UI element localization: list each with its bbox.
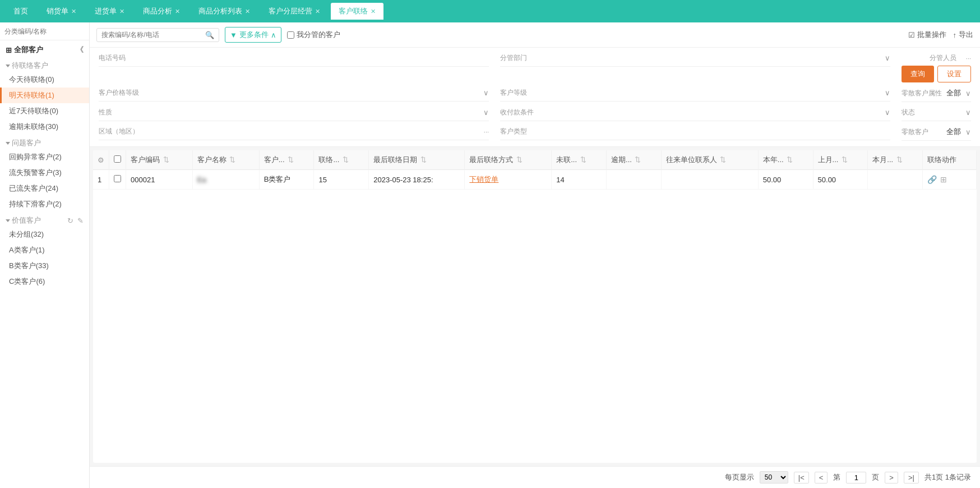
first-page-button[interactable]: |< [794,472,809,484]
nav-product-analysis-list[interactable]: 商品分析列表 ✕ [191,3,258,20]
sort-this-year-icon[interactable]: ⇅ [787,155,793,164]
top-nav: 首页 销货单 ✕ 进货单 ✕ 商品分析 ✕ 商品分析列表 ✕ 客户分层经营 ✕ … [0,0,980,22]
row-no-contact: 14 [552,170,607,190]
nav-sales-order[interactable]: 销货单 ✕ [39,3,84,20]
action-buttons: 查询 设置 [902,66,971,82]
gender-chevron-icon: ∨ [483,108,489,117]
sort-code-icon[interactable]: ⇅ [163,155,169,164]
close-product-analysis-list-icon[interactable]: ✕ [245,8,250,15]
filter-icon: ▼ [230,31,237,39]
close-product-analysis-icon[interactable]: ✕ [175,8,180,15]
nav-customer-tier[interactable]: 客户分层经营 ✕ [261,3,328,20]
sidebar: 🔍 ⊞ 全部客户 《 待联络客户 今天待联络(0) 明天待联络(1) 近7天待联… [0,22,90,488]
pending-group-title: 待联络客户 [0,57,89,72]
row-this-year: 50.00 [758,170,813,190]
nav-product-analysis[interactable]: 商品分析 ✕ [135,3,188,20]
refresh-value-icon[interactable]: ↻ [67,217,73,225]
sort-last-way-icon[interactable]: ⇅ [516,155,523,164]
query-button[interactable]: 查询 [902,66,934,82]
retail-customer-chevron-icon: ∨ [965,128,971,136]
collapse-icon[interactable]: 《 [76,45,84,55]
sort-no-contact-icon[interactable]: ⇅ [580,155,586,164]
close-sales-order-icon[interactable]: ✕ [71,8,76,15]
action-link-icon[interactable]: 🔗 [927,175,937,184]
expand-pending-icon[interactable] [6,65,10,67]
table-header-row: ⚙ 客户编码 ⇅ 客户名称 ⇅ 客户... ⇅ [93,150,977,170]
col-this-month: 本月... ⇅ [868,150,923,170]
sort-unit-contact-icon[interactable]: ⇅ [720,155,726,164]
sidebar-item-churn-warning[interactable]: 流失预警客户(3) [0,165,89,181]
col-no-contact: 未联... ⇅ [552,150,607,170]
row-last-date: 2023-05-23 18:25: [369,170,465,190]
sidebar-item-b-class[interactable]: B类客户(33) [0,258,89,274]
col-last-month: 上月... ⇅ [813,150,868,170]
action-grid-icon[interactable]: ⊞ [940,175,947,184]
sidebar-item-ungroup[interactable]: 未分组(32) [0,227,89,242]
sidebar-item-a-class[interactable]: A类客户(1) [0,242,89,258]
sidebar-item-churned[interactable]: 已流失客户(24) [0,181,89,196]
all-customers-header: ⊞ 全部客户 《 [0,40,89,57]
filter-dept: 分管部门 ∨ [500,53,890,67]
sidebar-item-tomorrow-contact[interactable]: 明天待联络(1) [0,88,89,103]
customer-table: ⚙ 客户编码 ⇅ 客户名称 ⇅ 客户... ⇅ [93,150,977,190]
row-last-month: 50.00 [813,170,868,190]
person-more-icon: ··· [966,55,971,62]
close-purchase-order-icon[interactable]: ✕ [119,8,124,15]
search-input[interactable] [101,31,202,39]
close-customer-contact-icon[interactable]: ✕ [371,8,376,15]
row-action: 🔗 ⊞ [923,170,977,190]
sidebar-item-declining[interactable]: 持续下滑客户(2) [0,196,89,212]
search-wrap: 🔍 [96,28,219,42]
page-size-select[interactable]: 50 100 200 [760,471,788,484]
my-customer-checkbox-label[interactable]: 我分管的客户 [287,30,340,40]
set-button[interactable]: 设置 [937,66,971,82]
col-unit-contact: 往来单位联系人 ⇅ [661,150,758,170]
filter-customer-type: 客户类型 [500,127,890,140]
payment-chevron-icon: ∨ [885,108,890,117]
next-page-button[interactable]: > [885,472,898,484]
page-input[interactable] [846,472,866,484]
problem-group-title: 问题客户 [0,135,89,149]
sidebar-item-c-class[interactable]: C类客户(6) [0,274,89,289]
sort-last-date-icon[interactable]: ⇅ [420,155,427,164]
export-button[interactable]: ↑ 导出 [953,30,974,40]
last-page-button[interactable]: >| [904,472,919,484]
nav-customer-contact[interactable]: 客户联络 ✕ [331,3,383,20]
sort-type-icon[interactable]: ⇅ [288,155,294,164]
sort-this-month-icon[interactable]: ⇅ [896,155,903,164]
sort-name-icon[interactable]: ⇅ [229,155,235,164]
close-customer-tier-icon[interactable]: ✕ [315,8,320,15]
expand-value-icon[interactable] [6,219,10,222]
expand-problem-icon[interactable] [6,142,10,145]
gear-header[interactable]: ⚙ [93,150,109,170]
my-customer-checkbox[interactable] [287,31,294,39]
region-more-icon: ··· [484,128,489,135]
sidebar-item-repurchase-abnormal[interactable]: 回购异常客户(2) [0,149,89,165]
sidebar-item-overdue-contact[interactable]: 逾期未联络(30) [0,119,89,135]
more-filter-button[interactable]: ▼ 更多条件 ∧ [225,27,281,43]
filter-retail-customer: 零散客户 全部 ∨ [902,127,971,141]
last-way-link[interactable]: 下销货单 [469,175,498,183]
sidebar-item-7days-contact[interactable]: 近7天待联络(0) [0,103,89,119]
edit-value-icon[interactable]: ✎ [77,217,84,225]
sort-overdue-icon[interactable]: ⇅ [635,155,641,164]
toolbar-right: ☑ 批量操作 ↑ 导出 [908,30,974,40]
batch-op-button[interactable]: ☑ 批量操作 [908,30,946,40]
col-last-way: 最后联络方式 ⇅ [465,150,552,170]
sidebar-item-today-contact[interactable]: 今天待联络(0) [0,72,89,88]
person-filter-row: 分管人员 ··· [930,53,971,63]
nav-home[interactable]: 首页 [6,3,36,20]
select-all-checkbox[interactable] [114,155,121,163]
chevron-up-icon: ∧ [271,31,276,39]
sort-contact-icon[interactable]: ⇅ [343,155,349,164]
sort-last-month-icon[interactable]: ⇅ [842,155,848,164]
prev-page-button[interactable]: < [815,472,828,484]
dept-chevron-icon: ∨ [885,54,890,62]
sidebar-search-input[interactable] [4,27,89,35]
search-icon[interactable]: 🔍 [205,31,214,39]
row-checkbox[interactable] [114,175,121,182]
row-overdue [607,170,662,190]
checkbox-icon: ☑ [908,31,915,39]
col-last-date: 最后联络日期 ⇅ [369,150,465,170]
nav-purchase-order[interactable]: 进货单 ✕ [87,3,132,20]
